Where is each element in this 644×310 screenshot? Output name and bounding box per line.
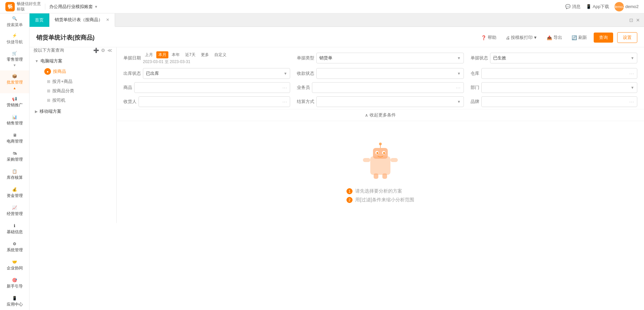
- sidebar-item-finance[interactable]: 💰 资金管理: [0, 184, 29, 202]
- collapse-row: ∧ 收起更多条件: [117, 109, 644, 121]
- receipt-select[interactable]: ▼: [316, 68, 464, 79]
- user-menu[interactable]: demo2 demo2: [614, 2, 639, 11]
- out-control[interactable]: 已出库 ▼: [143, 68, 290, 79]
- maximize-icon[interactable]: ⊡: [629, 17, 633, 23]
- date-tag-this-year[interactable]: 本年: [170, 51, 182, 58]
- recipient-control[interactable]: ···: [139, 96, 290, 107]
- empty-steps: 1 请先选择要分析的方案 2 用[过滤]条件来缩小分析范围: [346, 188, 414, 203]
- tree-by-month-product[interactable]: ⊞ 按月+商品: [36, 77, 116, 86]
- brand-input[interactable]: ···: [481, 96, 637, 107]
- add-scheme-button[interactable]: ➕: [93, 48, 99, 53]
- tree-by-month-product-label: 按月+商品: [52, 79, 72, 85]
- receipt-control[interactable]: ▼: [316, 68, 464, 79]
- sidebar-item-ecommerce[interactable]: 🖥 电商管理: [0, 130, 29, 148]
- page-content: 销货单统计表(按商品) ❓ 帮助 🖨 按模板打印 ▼ 📤 导出: [30, 27, 644, 310]
- type-select[interactable]: 销货单 ▼: [316, 53, 464, 63]
- department-input[interactable]: ▼: [481, 82, 637, 93]
- sidebar-item-marketing[interactable]: 📢 营销推广: [0, 93, 29, 111]
- product-control[interactable]: ···: [134, 82, 290, 93]
- sidebar-label-operation: 经营管理: [7, 211, 23, 217]
- close-window-icon[interactable]: ✕: [636, 17, 640, 23]
- message-button[interactable]: 💬 消息: [565, 4, 581, 10]
- tab-close-icon[interactable]: ✕: [106, 17, 109, 22]
- sidebar-label-quicknav: 快捷导航: [7, 39, 23, 45]
- app-selector[interactable]: 办公用品行业模拟账套 ▼: [45, 4, 98, 10]
- grid-icon-2: ⊞: [47, 89, 50, 93]
- tree-mobile[interactable]: ▶ 移动端方案: [30, 106, 116, 116]
- settlement-control[interactable]: ▼: [316, 96, 464, 107]
- operation-icon: 📈: [12, 205, 17, 210]
- tab-report[interactable]: 销货单统计表（按商品） ✕: [49, 13, 115, 27]
- finance-icon: 💰: [12, 187, 17, 192]
- department-control[interactable]: ▼: [481, 82, 637, 93]
- tree-desktop[interactable]: ▼ 电脑端方案: [30, 56, 116, 66]
- sidebar-item-appcenter[interactable]: 📱 应用中心: [0, 293, 29, 310]
- sidebar-item-basic[interactable]: ℹ 基础信息: [0, 220, 29, 238]
- chevron-down-icon-print[interactable]: ▼: [533, 35, 537, 40]
- salesperson-control[interactable]: ···: [312, 82, 464, 93]
- date-tag-7days[interactable]: 近7天: [183, 51, 198, 58]
- query-button[interactable]: 查询: [594, 33, 613, 43]
- status-label: 单据状态: [471, 55, 488, 61]
- refresh-button[interactable]: 🔄 刷新: [569, 33, 590, 42]
- tab-home-label: 首页: [35, 17, 44, 23]
- left-panel-actions: ➕ ⚙ ≪: [93, 48, 112, 53]
- collapse-button[interactable]: ∧ 收起更多条件: [365, 112, 396, 118]
- sidebar-item-retail[interactable]: 🛒 零售管理 ▼: [0, 48, 29, 70]
- sidebar-label-inventory: 库存核算: [7, 175, 23, 180]
- sidebar-item-wholesale[interactable]: 📦 批发管理 ▲: [0, 70, 29, 93]
- tree-by-product[interactable]: ● 按商品: [36, 66, 116, 77]
- print-icon: 🖨: [506, 35, 510, 40]
- brand-control[interactable]: ···: [481, 96, 637, 107]
- tab-home[interactable]: 首页: [30, 13, 49, 27]
- sidebar-item-system[interactable]: ⚙ 系统管理: [0, 238, 29, 256]
- dots-icon-salesperson: ···: [456, 85, 461, 90]
- svg-point-4: [377, 152, 378, 154]
- collapse-panel-button[interactable]: ≪: [107, 48, 112, 53]
- filter-row-3: 商品 ··· 业务员: [117, 81, 644, 95]
- out-select[interactable]: 已出库 ▼: [143, 68, 290, 79]
- dots-icon-recipient: ···: [282, 99, 287, 104]
- sidebar-item-enterprise[interactable]: 🤝 企业协同: [0, 256, 29, 274]
- warehouse-control[interactable]: ···: [481, 68, 637, 79]
- sidebar-item-newbie[interactable]: 🎯 新手引导: [0, 274, 29, 293]
- date-tag-more[interactable]: 更多: [199, 51, 211, 58]
- marketing-icon: 📢: [12, 97, 17, 101]
- date-tag-custom[interactable]: 自定义: [212, 51, 228, 58]
- status-control[interactable]: 已生效 ▼: [490, 53, 637, 63]
- svg-point-5: [383, 152, 385, 154]
- svg-point-11: [379, 143, 382, 145]
- sidebar-item-search[interactable]: 🔍 搜索菜单: [0, 13, 29, 31]
- status-value: 已生效: [493, 55, 629, 61]
- chevron-down-icon: ▼: [94, 5, 98, 9]
- template-print-button[interactable]: 🖨 按模板打印 ▼: [503, 33, 540, 42]
- sidebar-label-retail: 零售管理: [7, 57, 23, 62]
- warehouse-input[interactable]: ···: [481, 68, 637, 79]
- enterprise-icon: 🤝: [12, 260, 17, 264]
- sidebar-item-purchase[interactable]: 🛍 采购管理: [0, 148, 29, 166]
- edit-scheme-button[interactable]: ⚙: [101, 48, 105, 53]
- product-input[interactable]: ···: [134, 82, 290, 93]
- date-tag-last-month[interactable]: 上月: [143, 51, 155, 58]
- sidebar-item-quicknav[interactable]: ⚡ 快捷导航: [0, 31, 29, 48]
- settings-button[interactable]: 设置: [617, 32, 637, 43]
- status-select[interactable]: 已生效 ▼: [490, 53, 637, 63]
- settlement-select[interactable]: ▼: [316, 96, 464, 107]
- salesperson-input[interactable]: ···: [312, 82, 464, 93]
- filter-row-4: 收货人 ··· 结算方式: [117, 95, 644, 109]
- tree-by-category[interactable]: ⊞ 按商品分类: [36, 86, 116, 96]
- main-layout: 🔍 搜索菜单 ⚡ 快捷导航 🛒 零售管理 ▼ 📦 批发管理 ▲ 📢 营销推广 📊…: [0, 13, 644, 310]
- type-control[interactable]: 销货单 ▼: [316, 53, 464, 63]
- sidebar-item-operation[interactable]: 📈 经营管理: [0, 202, 29, 220]
- app-download-button[interactable]: 📱 App下载: [586, 4, 609, 10]
- tree-by-printer[interactable]: ⊞ 按司机: [36, 96, 116, 105]
- sidebar-item-inventory[interactable]: 📋 库存核算: [0, 166, 29, 184]
- export-button[interactable]: 📤 导出: [544, 33, 565, 42]
- top-bar: 畅 畅捷信好生意 标版 办公用品行业模拟账套 ▼ 💬 消息 📱 App下载 de…: [0, 0, 644, 13]
- help-button[interactable]: ❓ 帮助: [478, 33, 499, 42]
- recipient-input[interactable]: ···: [139, 96, 290, 107]
- sidebar-item-sales[interactable]: 📊 销售管理: [0, 111, 29, 130]
- page-actions: ❓ 帮助 🖨 按模板打印 ▼ 📤 导出 🔄 刷新: [478, 32, 637, 43]
- app-selector-label: 办公用品行业模拟账套: [49, 4, 93, 10]
- date-tag-this-month[interactable]: 本月: [156, 51, 168, 58]
